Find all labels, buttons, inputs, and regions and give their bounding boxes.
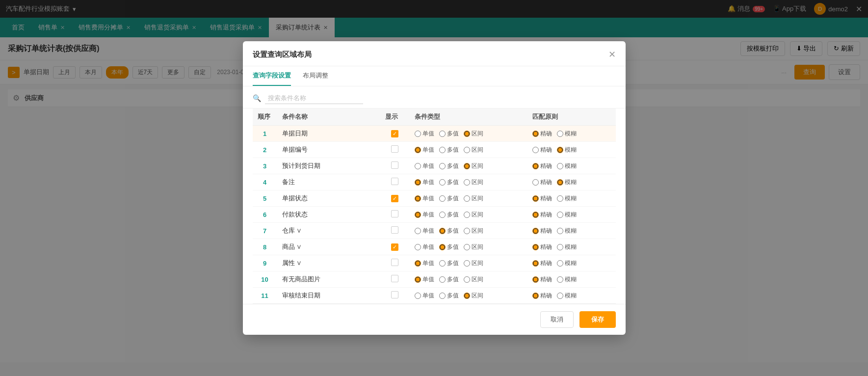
type-radio-item[interactable]: 多值 — [439, 211, 459, 219]
cell-show[interactable] — [380, 142, 410, 158]
match-radio-item[interactable]: 模糊 — [557, 259, 577, 268]
type-radio-item[interactable]: 区间 — [464, 259, 483, 268]
type-radio-item[interactable]: 单值 — [415, 243, 434, 251]
type-radio-label: 区间 — [472, 259, 483, 268]
type-radio-label: 多值 — [447, 146, 459, 154]
cell-match: 精确模糊 — [527, 255, 616, 271]
type-radio-item[interactable]: 多值 — [439, 275, 459, 284]
match-radio-item[interactable]: 精确 — [532, 275, 552, 284]
match-radio-item[interactable]: 精确 — [532, 162, 552, 170]
type-radio-item[interactable]: 单值 — [415, 130, 434, 138]
match-radio-item[interactable]: 模糊 — [557, 162, 577, 170]
match-radio-item[interactable]: 模糊 — [557, 292, 577, 300]
cell-show[interactable] — [380, 174, 410, 190]
show-checkbox-unchecked[interactable] — [391, 161, 398, 169]
match-radio-item[interactable]: 精确 — [532, 178, 552, 187]
cell-show[interactable] — [380, 255, 410, 271]
type-radio-item[interactable]: 单值 — [415, 178, 434, 187]
match-radio-label: 模糊 — [565, 194, 577, 203]
type-radio-item[interactable]: 区间 — [464, 275, 483, 284]
show-checkbox-unchecked[interactable] — [391, 178, 398, 185]
type-radio-item[interactable]: 区间 — [464, 194, 483, 203]
show-checkbox-unchecked[interactable] — [391, 210, 398, 217]
type-radio-item[interactable]: 多值 — [439, 178, 459, 187]
cell-type: 单值多值区间 — [410, 174, 527, 190]
match-radio-item[interactable]: 精确 — [532, 211, 552, 219]
match-radio-item[interactable]: 精确 — [532, 130, 552, 138]
cell-show[interactable]: ✓ — [380, 190, 410, 207]
show-checkbox-unchecked[interactable] — [391, 259, 398, 266]
match-radio-item[interactable]: 模糊 — [557, 194, 577, 203]
save-button[interactable]: 保存 — [579, 311, 616, 328]
type-radio-item[interactable]: 单值 — [415, 259, 434, 268]
show-checkbox-checked[interactable]: ✓ — [391, 195, 398, 202]
match-radio-item[interactable]: 精确 — [532, 292, 552, 300]
col-head-name: 条件名称 — [277, 108, 380, 126]
type-radio-label: 多值 — [447, 194, 459, 203]
type-radio-item[interactable]: 区间 — [464, 146, 483, 154]
match-radio-item[interactable]: 模糊 — [557, 178, 577, 187]
type-radio-item[interactable]: 单值 — [415, 292, 434, 300]
match-radio-item[interactable]: 精确 — [532, 259, 552, 268]
type-radio-item[interactable]: 区间 — [464, 130, 483, 138]
dialog-table-wrap: 顺序 条件名称 显示 条件类型 匹配原则 1单据日期✓单值多值区间精确模糊2单据… — [243, 108, 626, 304]
match-radio-item[interactable]: 模糊 — [557, 243, 577, 251]
type-radio-item[interactable]: 区间 — [464, 227, 483, 235]
type-radio-item[interactable]: 多值 — [439, 243, 459, 251]
type-radio-item[interactable]: 区间 — [464, 162, 483, 170]
cell-order: 1 — [253, 126, 277, 142]
cell-show[interactable] — [380, 271, 410, 288]
type-radio-item[interactable]: 区间 — [464, 243, 483, 251]
type-radio-item[interactable]: 单值 — [415, 227, 434, 235]
type-radio-item[interactable]: 多值 — [439, 130, 459, 138]
type-radio-item[interactable]: 多值 — [439, 146, 459, 154]
match-radio-item[interactable]: 精确 — [532, 146, 552, 154]
match-radio-item[interactable]: 模糊 — [557, 227, 577, 235]
match-radio-item[interactable]: 模糊 — [557, 146, 577, 154]
type-radio-item[interactable]: 单值 — [415, 162, 434, 170]
show-checkbox-checked[interactable]: ✓ — [391, 130, 398, 137]
cell-show[interactable]: ✓ — [380, 126, 410, 142]
cell-show[interactable] — [380, 288, 410, 304]
show-checkbox-unchecked[interactable] — [391, 145, 398, 153]
show-checkbox-checked[interactable]: ✓ — [391, 243, 398, 251]
show-checkbox-unchecked[interactable] — [391, 275, 398, 282]
type-radio-item[interactable]: 区间 — [464, 211, 483, 219]
show-checkbox-unchecked[interactable] — [391, 226, 398, 234]
match-radio-item[interactable]: 模糊 — [557, 211, 577, 219]
cell-order: 9 — [253, 255, 277, 271]
type-radio-label: 多值 — [447, 130, 459, 138]
type-radio-item[interactable]: 多值 — [439, 162, 459, 170]
type-radio-item[interactable]: 单值 — [415, 146, 434, 154]
type-radio-label: 单值 — [422, 146, 434, 154]
cancel-button[interactable]: 取消 — [540, 311, 574, 328]
search-input[interactable] — [265, 92, 363, 104]
type-radio-item[interactable]: 单值 — [415, 275, 434, 284]
match-radio-item[interactable]: 模糊 — [557, 275, 577, 284]
cell-show[interactable] — [380, 207, 410, 223]
type-radio-label: 区间 — [472, 275, 483, 284]
dialog-close-button[interactable]: ✕ — [608, 49, 616, 60]
type-radio-item[interactable]: 区间 — [464, 292, 483, 300]
type-radio-item[interactable]: 多值 — [439, 194, 459, 203]
type-radio-item[interactable]: 单值 — [415, 194, 434, 203]
type-radio-item[interactable]: 单值 — [415, 211, 434, 219]
type-radio-item[interactable]: 多值 — [439, 259, 459, 268]
match-radio-label: 模糊 — [565, 146, 577, 154]
cell-show[interactable]: ✓ — [380, 239, 410, 255]
type-radio-item[interactable]: 区间 — [464, 178, 483, 187]
type-radio-item[interactable]: 多值 — [439, 292, 459, 300]
type-radio-item[interactable]: 多值 — [439, 227, 459, 235]
cell-match: 精确模糊 — [527, 223, 616, 239]
cell-show[interactable] — [380, 158, 410, 174]
dialog-tab-layout[interactable]: 布局调整 — [303, 71, 328, 86]
match-radio-label: 精确 — [540, 194, 552, 203]
cell-show[interactable] — [380, 223, 410, 239]
dialog-tab-fields[interactable]: 查询字段设置 — [253, 71, 291, 86]
match-radio-item[interactable]: 精确 — [532, 243, 552, 251]
match-radio-item[interactable]: 模糊 — [557, 130, 577, 138]
match-radio-item[interactable]: 精确 — [532, 194, 552, 203]
show-checkbox-unchecked[interactable] — [391, 291, 398, 298]
match-radio-item[interactable]: 精确 — [532, 227, 552, 235]
cell-name: 仓库 ∨ — [277, 223, 380, 239]
